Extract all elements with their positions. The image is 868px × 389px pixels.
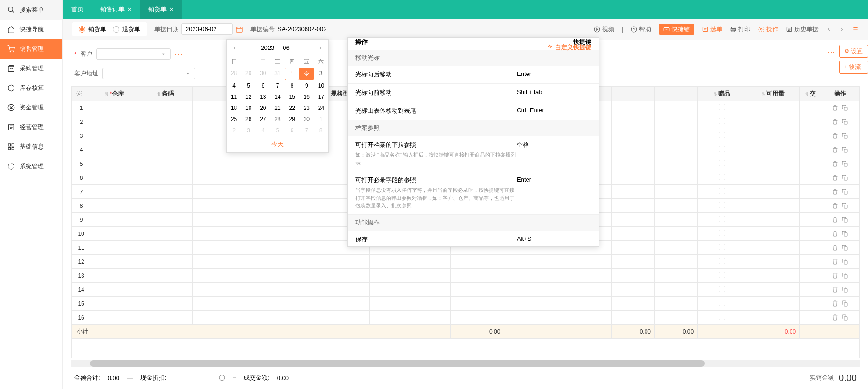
gift-cell[interactable] xyxy=(698,227,746,241)
cell[interactable] xyxy=(139,171,192,185)
copy-row-icon[interactable] xyxy=(842,147,848,153)
cell[interactable] xyxy=(655,171,698,185)
calendar-icon[interactable] xyxy=(236,26,243,33)
cell[interactable] xyxy=(800,199,821,213)
cal-day-next[interactable]: 2 xyxy=(227,125,241,136)
checkbox-icon[interactable] xyxy=(719,314,725,320)
cell[interactable] xyxy=(418,269,451,283)
cell[interactable] xyxy=(90,129,139,143)
cell[interactable] xyxy=(655,129,698,143)
cell[interactable] xyxy=(418,283,451,297)
cell[interactable] xyxy=(655,157,698,171)
checkbox-icon[interactable] xyxy=(719,244,725,250)
copy-row-icon[interactable] xyxy=(842,231,848,237)
cal-day[interactable]: 9 xyxy=(299,80,314,91)
tab-0[interactable]: 首页 xyxy=(63,0,92,19)
cell[interactable] xyxy=(193,311,316,325)
more-icon[interactable]: ⋯ xyxy=(174,49,183,59)
cell[interactable] xyxy=(746,101,799,115)
cell[interactable] xyxy=(451,311,504,325)
cell[interactable] xyxy=(611,101,654,115)
cell[interactable] xyxy=(193,283,316,297)
cell[interactable] xyxy=(655,115,698,129)
cell[interactable] xyxy=(90,143,139,157)
cell[interactable] xyxy=(504,283,611,297)
cell[interactable] xyxy=(611,255,654,269)
cal-prev-icon[interactable] xyxy=(231,45,237,51)
cal-day[interactable]: 17 xyxy=(314,91,328,102)
delete-row-icon[interactable] xyxy=(832,314,838,321)
cell[interactable] xyxy=(139,297,192,311)
cell[interactable] xyxy=(90,185,139,199)
customer-select[interactable] xyxy=(96,48,171,60)
cell[interactable] xyxy=(90,101,139,115)
delete-row-icon[interactable] xyxy=(832,231,838,237)
gift-cell[interactable] xyxy=(698,143,746,157)
delete-row-icon[interactable] xyxy=(832,119,838,125)
gift-cell[interactable] xyxy=(698,199,746,213)
checkbox-icon[interactable] xyxy=(719,230,725,236)
cell[interactable] xyxy=(90,269,139,283)
cell[interactable] xyxy=(90,157,139,171)
cell[interactable] xyxy=(746,143,799,157)
cell[interactable] xyxy=(800,283,821,297)
sidebar-item-2[interactable]: 销售管理 xyxy=(0,39,62,59)
cell[interactable] xyxy=(90,311,139,325)
sidebar-item-4[interactable]: 库存核算 xyxy=(0,78,62,98)
cal-day[interactable]: 13 xyxy=(256,91,270,102)
checkbox-icon[interactable] xyxy=(719,188,725,194)
cell[interactable] xyxy=(316,297,370,311)
cell[interactable] xyxy=(370,283,418,297)
cal-year-select[interactable]: 2023 xyxy=(261,44,279,51)
cell[interactable] xyxy=(139,115,192,129)
cell[interactable] xyxy=(611,227,654,241)
cal-today-button[interactable]: 今天 xyxy=(227,136,328,152)
checkbox-icon[interactable] xyxy=(719,118,725,124)
info-icon[interactable] xyxy=(219,375,225,381)
cal-day-next[interactable]: 1 xyxy=(314,114,328,125)
cal-day[interactable]: 16 xyxy=(299,91,314,102)
cal-day-prev[interactable]: 30 xyxy=(256,68,270,80)
cell[interactable] xyxy=(139,213,192,227)
cal-day[interactable]: 11 xyxy=(227,91,241,102)
customize-shortcuts-link[interactable]: 自定义快捷键 xyxy=(547,43,591,52)
chevron-left-icon[interactable] xyxy=(826,27,832,32)
gift-cell[interactable] xyxy=(698,283,746,297)
sidebar-item-3[interactable]: 采购管理 xyxy=(0,59,62,78)
checkbox-icon[interactable] xyxy=(719,104,725,110)
delete-row-icon[interactable] xyxy=(832,189,838,195)
cell[interactable] xyxy=(90,213,139,227)
delete-row-icon[interactable] xyxy=(832,203,838,209)
delete-row-icon[interactable] xyxy=(832,245,838,251)
gift-cell[interactable] xyxy=(698,241,746,255)
cell[interactable] xyxy=(611,213,654,227)
cell[interactable] xyxy=(193,255,316,269)
cell[interactable] xyxy=(655,283,698,297)
cell[interactable] xyxy=(746,227,799,241)
cell[interactable] xyxy=(611,185,654,199)
cal-day[interactable]: 6 xyxy=(256,80,270,91)
cal-day-prev[interactable]: 29 xyxy=(241,68,256,80)
delete-row-icon[interactable] xyxy=(832,147,838,153)
th-gear[interactable] xyxy=(72,87,90,101)
tab-2[interactable]: 销货单✕ xyxy=(140,0,182,19)
sidebar-item-8[interactable]: 系统管理 xyxy=(0,157,62,176)
cell[interactable] xyxy=(193,297,316,311)
cell[interactable] xyxy=(504,311,611,325)
cal-month-select[interactable]: 06 xyxy=(283,44,294,51)
cell[interactable] xyxy=(800,213,821,227)
cell[interactable] xyxy=(139,227,192,241)
cell[interactable] xyxy=(800,227,821,241)
radio-return[interactable]: 退货单 xyxy=(113,25,140,34)
cell[interactable] xyxy=(504,297,611,311)
cal-day-prev[interactable]: 28 xyxy=(227,68,241,80)
cell[interactable] xyxy=(746,269,799,283)
th-warehouse[interactable]: ⇅*仓库 xyxy=(90,87,139,101)
cell[interactable] xyxy=(139,269,192,283)
cell[interactable] xyxy=(611,283,654,297)
cell[interactable] xyxy=(193,157,316,171)
cal-day[interactable]: 1 xyxy=(285,68,299,80)
gift-cell[interactable] xyxy=(698,185,746,199)
gift-cell[interactable] xyxy=(698,171,746,185)
cell[interactable] xyxy=(193,185,316,199)
